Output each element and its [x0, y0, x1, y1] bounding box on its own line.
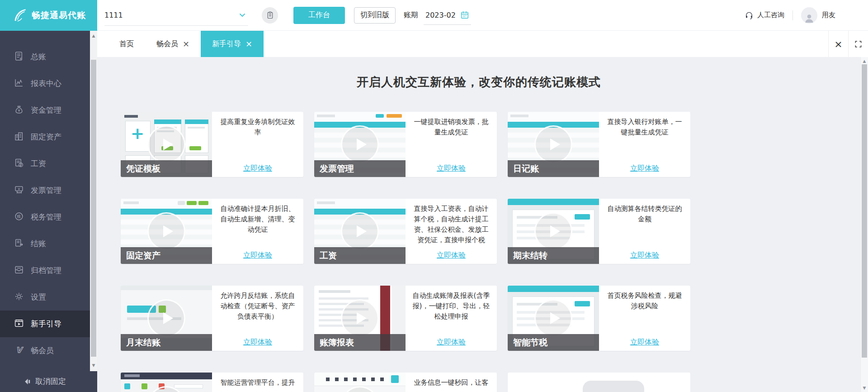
sidebar-item-member[interactable]: V 畅会员 [0, 337, 97, 364]
content-scrollbar-thumb[interactable] [862, 64, 867, 358]
brand-logo-icon [11, 7, 28, 24]
sidebar-item-label: 工资 [31, 158, 46, 169]
tab-home[interactable]: 首页 [108, 31, 145, 57]
try-now-link[interactable]: 立即体验 [243, 251, 272, 260]
try-now-link[interactable]: 立即体验 [630, 338, 659, 347]
play-button-icon[interactable] [534, 125, 572, 163]
video-thumbnail[interactable]: 智能节税 [508, 286, 599, 351]
video-thumbnail[interactable]: 月末结账 [121, 286, 212, 351]
video-thumbnail[interactable]: 日记账 [508, 112, 599, 177]
video-label: 日记账 [508, 160, 599, 177]
try-now-link[interactable]: 立即体验 [437, 164, 466, 173]
member-icon: V [14, 345, 24, 357]
headset-icon [745, 11, 754, 20]
try-now-link[interactable]: 立即体验 [630, 164, 659, 173]
sidebar-item-label: 资金管理 [31, 105, 61, 115]
play-button-icon[interactable] [341, 125, 379, 163]
feature-card-smart-tax-saving: 智能节税 首页税务风险检查，规避涉税风险 立即体验 [508, 286, 690, 351]
feature-description: 业务信息一键秒回，让客 [414, 378, 489, 388]
content-scrollbar[interactable]: ▲ ▼ [860, 57, 868, 392]
username[interactable]: 用友 [822, 11, 835, 19]
tab-close-icon[interactable]: × [183, 40, 189, 48]
try-now-link[interactable]: 立即体验 [630, 251, 659, 260]
video-thumbnail[interactable]: + 凭证模板 [121, 112, 212, 177]
scroll-up-icon[interactable]: ▲ [90, 33, 97, 39]
video-thumbnail[interactable]: 账簿报表 [314, 286, 406, 351]
tab-member[interactable]: 畅会员 × [145, 31, 201, 57]
video-thumbnail[interactable] [314, 373, 406, 392]
scroll-up-icon[interactable]: ▲ [861, 58, 868, 64]
video-thumbnail[interactable]: 发票管理 [314, 112, 406, 177]
sidebar-item-label: 税务管理 [31, 212, 61, 222]
sidebar-item-beginner-guide[interactable]: 新手引导 [0, 311, 97, 337]
memo-icon[interactable] [262, 7, 278, 24]
tab-beginner-guide[interactable]: 新手引导 × [201, 31, 264, 57]
video-thumbnail[interactable]: 工资 [314, 199, 406, 264]
header-right: 人工咨询 用友 [745, 7, 868, 24]
sidebar-item-label: 设置 [31, 292, 46, 302]
play-button-icon[interactable] [147, 125, 185, 163]
play-button-icon[interactable] [341, 212, 379, 250]
ledger-icon: ¥ [14, 51, 24, 63]
try-now-link[interactable]: 立即体验 [437, 338, 466, 347]
period-selector[interactable]: 2023-02 [424, 6, 471, 25]
svg-text:V: V [16, 345, 24, 354]
unpin-button[interactable]: 取消固定 [0, 376, 90, 387]
video-label: 发票管理 [314, 160, 406, 177]
video-thumbnail[interactable] [121, 373, 212, 392]
support-link[interactable]: 人工咨询 [745, 11, 784, 20]
feature-card-fixed-assets: 固定资产 自动准确计提本月折旧、自动生成新增、清理、变动凭证 立即体验 [121, 199, 303, 264]
tab-close-icon[interactable]: × [245, 40, 252, 48]
tax-icon: 税 [14, 211, 24, 223]
play-button-icon[interactable] [341, 299, 379, 337]
sidebar-item-closing[interactable]: 结账 [0, 230, 97, 257]
sidebar-item-fixed-assets[interactable]: 固定资产 [0, 124, 97, 150]
video-thumbnail[interactable]: 期末结转 [508, 199, 599, 264]
app-body: ¥ 总账 报表中心 ¥ 资金管理 固定资产 ¥ 工资 ¥ 发票管理 税 税务管理… [0, 31, 868, 392]
workbench-button[interactable]: 工作台 [293, 7, 345, 24]
try-now-link[interactable]: 立即体验 [243, 164, 272, 173]
try-now-link[interactable]: 立即体验 [437, 251, 466, 260]
sidebar-item-general-ledger[interactable]: ¥ 总账 [0, 43, 97, 70]
tab-label: 首页 [119, 39, 134, 49]
sidebar-item-label: 新手引导 [31, 319, 61, 329]
feature-card-loading-placeholder [508, 373, 690, 392]
brand: 畅捷通易代账 [0, 0, 97, 31]
avatar[interactable] [801, 7, 817, 24]
guide-icon [14, 318, 24, 330]
play-button-icon[interactable] [534, 299, 572, 337]
play-button-icon[interactable] [147, 299, 185, 337]
sidebar-item-archive-management[interactable]: 归档管理 [0, 257, 97, 284]
tabs: 首页 畅会员 × 新手引导 × [97, 31, 264, 57]
main-content: 开启人机交互新体验，改变你的传统记账模式 + 凭证模板 提高重复业务填制凭证效率… [97, 57, 868, 392]
sidebar-scrollbar-thumb[interactable] [91, 60, 96, 357]
scroll-down-icon[interactable]: ▼ [861, 385, 868, 391]
play-button-icon[interactable] [147, 212, 185, 250]
unpin-icon [24, 378, 32, 386]
chevron-down-icon [239, 13, 245, 17]
feature-description: 直接导入工资表，自动计算个税，自动生成计提工资、社保公积金、发放工资凭证，直接申… [411, 204, 491, 245]
sidebar-item-report-center[interactable]: 报表中心 [0, 70, 97, 97]
feature-description: 自动测算各结转类凭证的金额 [604, 204, 685, 225]
fullscreen-icon [854, 40, 862, 48]
company-selector[interactable]: 1111 [104, 5, 248, 26]
fullscreen-button[interactable] [848, 31, 868, 57]
page-title: 开启人机交互新体验，改变你的传统记账模式 [97, 74, 860, 90]
try-now-link[interactable]: 立即体验 [243, 338, 272, 347]
assets-icon [14, 131, 24, 143]
sidebar-item-invoice-management[interactable]: ¥ 发票管理 [0, 177, 97, 204]
scroll-down-icon[interactable]: ▼ [90, 362, 97, 368]
play-button-icon[interactable] [534, 212, 572, 250]
svg-text:¥: ¥ [18, 187, 20, 191]
feature-description: 智能运营管理平台，提升 [221, 378, 295, 388]
switch-old-version-button[interactable]: 切到旧版 [354, 7, 396, 24]
sidebar-item-tax-management[interactable]: 税 税务管理 [0, 204, 97, 230]
unpin-label: 取消固定 [35, 376, 66, 387]
video-thumbnail[interactable]: 固定资产 [121, 199, 212, 264]
sidebar-item-funds-management[interactable]: ¥ 资金管理 [0, 97, 97, 124]
feature-description: 自动准确计提本月折旧、自动生成新增、清理、变动凭证 [217, 204, 298, 235]
sidebar-item-settings[interactable]: 设置 [0, 284, 97, 311]
close-all-tabs-button[interactable]: × [828, 31, 848, 57]
sidebar-scrollbar[interactable]: ▲ ▼ [90, 31, 97, 371]
sidebar-item-salary[interactable]: ¥ 工资 [0, 150, 97, 177]
